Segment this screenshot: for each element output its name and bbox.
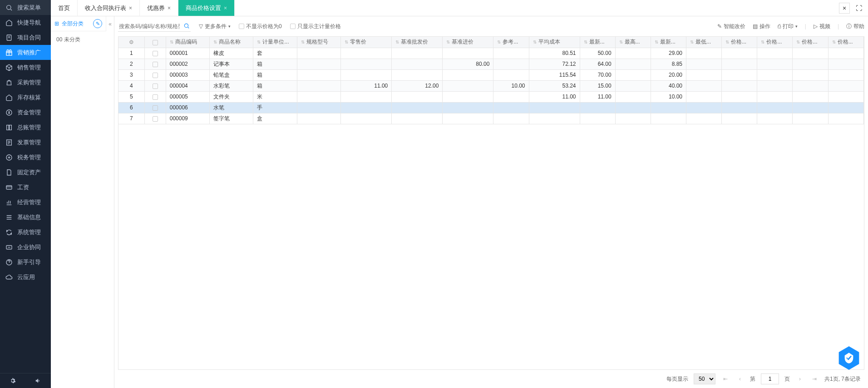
sidebar-item-11[interactable]: 固定资产 (0, 165, 51, 180)
tab-0[interactable]: 首页 (51, 0, 78, 16)
page-input[interactable] (761, 373, 779, 384)
sidebar-item-1[interactable]: 快捷导航 (0, 15, 51, 30)
column-header[interactable]: ⇅价格... (757, 37, 793, 48)
column-header[interactable]: ⇅最新... (651, 37, 686, 48)
list-icon (5, 214, 13, 221)
sort-icon: ⇅ (533, 39, 537, 44)
sidebar-item-13[interactable]: 经营管理 (0, 195, 51, 210)
row-checkbox[interactable] (144, 48, 166, 59)
all-categories-label[interactable]: 全部分类 (62, 20, 84, 28)
column-header[interactable]: ⇅价格... (793, 37, 828, 48)
more-conditions-button[interactable]: ▽ 更多条件 ▾ (199, 23, 231, 30)
sidebar-item-5[interactable]: 采购管理 (0, 75, 51, 90)
help-button[interactable]: ⓘ帮助 (846, 23, 864, 30)
sidebar-item-3[interactable]: 营销推广 (0, 45, 51, 60)
sidebar-item-6[interactable]: 库存核算 (0, 90, 51, 105)
column-header[interactable]: ⇅规格型号 (297, 37, 340, 48)
sidebar-item-label: 营销推广 (17, 49, 41, 57)
column-header[interactable]: ⇅参考... (493, 37, 529, 48)
row-checkbox[interactable] (144, 91, 166, 102)
column-header[interactable]: ⇅计量单位... (253, 37, 297, 48)
chevron-down-icon: ▾ (795, 24, 798, 29)
tab-2[interactable]: 优惠券× (140, 0, 178, 16)
column-header[interactable]: ⇅最低... (686, 37, 722, 48)
fullscreen-button[interactable]: ⛶ (853, 3, 864, 14)
table-row[interactable]: 1000001橡皮套80.5150.0029.00 (118, 48, 864, 59)
row-checkbox[interactable] (144, 59, 166, 69)
search-input[interactable] (118, 21, 191, 32)
column-header[interactable]: ⇅基准进价 (443, 37, 493, 48)
column-header[interactable]: ⇅基准批发价 (392, 37, 443, 48)
select-all-checkbox[interactable] (144, 37, 166, 48)
sidebar-item-15[interactable]: 系统管理 (0, 225, 51, 240)
per-page-select[interactable]: 50 (694, 373, 715, 384)
table-row[interactable]: 5000005文件夹米11.0011.0010.00 (118, 91, 864, 102)
hide-zero-checkbox[interactable]: 不显示价格为0 (239, 23, 282, 30)
search-icon[interactable] (183, 23, 190, 30)
sort-icon: ⇅ (796, 39, 800, 44)
close-icon[interactable]: × (168, 5, 171, 11)
column-header[interactable]: ⇅平均成本 (529, 37, 580, 48)
home-icon (5, 19, 13, 26)
search-icon (5, 4, 13, 11)
only-main-unit-checkbox[interactable]: 只显示主计量价格 (290, 23, 341, 30)
video-button[interactable]: ▷视频 (814, 23, 830, 30)
column-header[interactable]: ⇅商品名称 (210, 37, 253, 48)
sidebar: 搜索菜单快捷导航项目合同营销推广销售管理采购管理库存核算资金管理总账管理发票管理… (0, 0, 51, 388)
tab-1[interactable]: 收入合同执行表× (78, 0, 140, 16)
svg-rect-6 (6, 186, 12, 189)
row-checkbox[interactable] (144, 69, 166, 80)
sidebar-item-7[interactable]: 资金管理 (0, 105, 51, 120)
svg-point-9 (184, 24, 188, 27)
sidebar-item-17[interactable]: 新手引导 (0, 255, 51, 270)
first-page-button[interactable]: ⇤ (721, 374, 730, 383)
sidebar-item-16[interactable]: 企业协同 (0, 240, 51, 255)
sidebar-item-18[interactable]: 云应用 (0, 270, 51, 285)
row-checkbox[interactable] (144, 102, 166, 113)
operate-button[interactable]: ▤操作 (753, 23, 770, 30)
sidebar-item-12[interactable]: 工资 (0, 180, 51, 195)
sidebar-item-4[interactable]: 销售管理 (0, 60, 51, 75)
smart-price-button[interactable]: ✎智能改价 (717, 23, 745, 30)
gear-column[interactable]: ⚙ (118, 37, 144, 48)
sidebar-item-0[interactable]: 搜索菜单 (0, 0, 51, 15)
next-page-button[interactable]: › (795, 374, 804, 383)
collapse-panel-button[interactable]: « (106, 16, 114, 31)
sidebar-item-label: 销售管理 (17, 64, 41, 72)
sidebar-item-label: 快捷导航 (17, 19, 41, 27)
column-header[interactable]: ⇅最新... (580, 37, 615, 48)
sound-button[interactable] (25, 373, 51, 388)
sidebar-item-9[interactable]: 发票管理 (0, 135, 51, 150)
column-header[interactable]: ⇅价格... (828, 37, 863, 48)
category-item[interactable]: 00 未分类 (56, 36, 108, 44)
sidebar-item-10[interactable]: 税务管理 (0, 150, 51, 165)
print-button[interactable]: ⎙打印 ▾ (778, 23, 798, 30)
last-page-button[interactable]: ⇥ (810, 374, 819, 383)
book-icon (5, 124, 13, 131)
sidebar-item-14[interactable]: 基础信息 (0, 210, 51, 225)
column-header[interactable]: ⇅零售价 (341, 37, 392, 48)
sort-icon: ⇅ (345, 39, 348, 44)
home-icon (5, 94, 13, 101)
settings-button[interactable] (0, 373, 25, 388)
row-checkbox[interactable] (144, 80, 166, 91)
table-row[interactable]: 4000004水彩笔箱11.0012.0010.0053.2415.0040.0… (118, 80, 864, 91)
column-header[interactable]: ⇅价格... (722, 37, 757, 48)
tab-3[interactable]: 商品价格设置× (178, 0, 235, 16)
list-icon: ▤ (753, 23, 758, 29)
table-row[interactable]: 2000002记事本箱80.0072.1264.008.85 (118, 59, 864, 69)
sidebar-item-2[interactable]: 项目合同 (0, 30, 51, 45)
prev-page-button[interactable]: ‹ (735, 374, 745, 383)
table-row[interactable]: 6000006水笔手 (118, 102, 864, 113)
edit-category-button[interactable]: ✎ (93, 19, 102, 28)
table-row[interactable]: 7000009签字笔盒 (118, 113, 864, 124)
column-header[interactable]: ⇅商品编码 (166, 37, 209, 48)
table-row[interactable]: 3000003铅笔盒箱115.5470.0020.00 (118, 69, 864, 80)
tab-close-button[interactable]: × (839, 3, 850, 14)
close-icon[interactable]: × (224, 5, 227, 11)
close-icon[interactable]: × (129, 5, 132, 11)
column-header[interactable]: ⇅最高... (615, 37, 651, 48)
sidebar-item-8[interactable]: 总账管理 (0, 120, 51, 135)
row-checkbox[interactable] (144, 113, 166, 124)
sidebar-item-label: 总账管理 (17, 123, 41, 132)
